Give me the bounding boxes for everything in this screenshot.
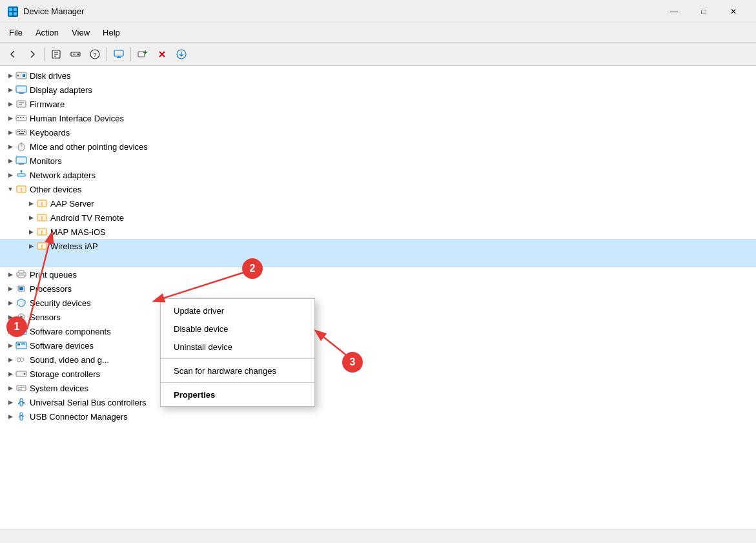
download-button[interactable] [172, 46, 190, 63]
expand-processors[interactable]: ▶ [5, 283, 15, 294]
ctx-scan-changes[interactable]: Scan for hardware changes [161, 362, 314, 380]
other-devices-icon: ! [15, 183, 27, 195]
tree-item-sound-video[interactable]: ▶ Sound, video and g... [0, 353, 756, 367]
display-adapters-label: Display adapters [30, 85, 92, 95]
tree-item-usb-controllers[interactable]: ▶ Universal Serial Bus controllers [0, 395, 756, 409]
svg-rect-2 [9, 12, 12, 15]
expand-disk-drives[interactable]: ▶ [5, 70, 15, 81]
expand-network[interactable]: ▶ [5, 170, 15, 180]
expand-print-queues[interactable]: ▶ [5, 269, 15, 280]
expand-display-adapters[interactable]: ▶ [5, 85, 15, 95]
svg-rect-25 [19, 93, 23, 94]
menu-help[interactable]: Help [96, 25, 127, 40]
menu-file[interactable]: File [3, 25, 29, 40]
expand-android-tv[interactable]: ▶ [26, 212, 36, 223]
title-bar: Device Manager — □ ✕ [0, 0, 756, 23]
menu-bar: File Action View Help [0, 23, 756, 43]
minimize-button[interactable]: — [659, 0, 689, 23]
status-bar [0, 529, 756, 543]
badge-2: 2 [242, 258, 263, 279]
tree-item-sensors[interactable]: ▶ Sensors [0, 310, 756, 324]
expand-usb-controllers[interactable]: ▶ [5, 397, 15, 407]
expand-human-interface[interactable]: ▶ [5, 113, 15, 123]
svg-text:!: ! [41, 215, 43, 221]
tree-item-network[interactable]: ▶ Network adapters [0, 168, 756, 182]
svg-rect-82 [23, 402, 25, 404]
title-bar-controls: — □ ✕ [659, 0, 748, 23]
expand-map-mas[interactable]: ▶ [26, 227, 36, 237]
main-content: ▶ Disk drives ▶ Display adapters ▶ [0, 66, 756, 529]
tree-item-print-queues[interactable]: ▶ Print queues [0, 267, 756, 282]
tree-item-storage-controllers[interactable]: ▶ Storage controllers [0, 367, 756, 381]
processors-icon [15, 283, 27, 294]
help-button[interactable]: ? [86, 46, 104, 63]
tree-item-context-row[interactable] [0, 253, 756, 267]
expand-other-devices[interactable]: ▼ [5, 184, 15, 194]
tree-item-display-adapters[interactable]: ▶ Display adapters [0, 83, 756, 97]
add-button[interactable] [134, 46, 152, 63]
expand-aap-server[interactable]: ▶ [26, 198, 36, 209]
tree-item-security-devices[interactable]: ▶ Security devices [0, 296, 756, 310]
svg-rect-3 [14, 12, 17, 15]
system-devices-label: System devices [30, 384, 88, 393]
tree-item-human-interface[interactable]: ▶ Human Interface Devices [0, 111, 756, 125]
tree-item-software-devices[interactable]: ▶ Software devices [0, 338, 756, 353]
expand-software-devices[interactable]: ▶ [5, 340, 15, 351]
tree-item-other-devices[interactable]: ▼ ! Other devices [0, 182, 756, 196]
tree-item-software-components[interactable]: ▶ Software components [0, 324, 756, 338]
tree-item-android-tv[interactable]: ▶ ! Android TV Remote [0, 210, 756, 225]
tree-item-mice[interactable]: ▶ Mice and other pointing devices [0, 139, 756, 154]
tree-item-usb-connector[interactable]: ▶ USB Connector Managers [0, 409, 756, 424]
monitors-icon [15, 155, 27, 167]
back-button[interactable] [4, 46, 22, 63]
tree-item-processors[interactable]: ▶ Processors [0, 282, 756, 296]
forward-button[interactable] [23, 46, 41, 63]
ctx-properties[interactable]: Properties [161, 385, 314, 404]
storage-label: Storage controllers [30, 369, 100, 379]
properties-button[interactable] [47, 46, 65, 63]
svg-rect-32 [23, 117, 24, 118]
svg-text:!: ! [41, 243, 43, 250]
svg-rect-75 [17, 385, 26, 391]
expand-keyboards[interactable]: ▶ [5, 127, 15, 138]
tree-item-disk-drives[interactable]: ▶ Disk drives [0, 68, 756, 83]
device-tree[interactable]: ▶ Disk drives ▶ Display adapters ▶ [0, 66, 756, 529]
expand-monitors[interactable]: ▶ [5, 156, 15, 166]
close-button[interactable]: ✕ [719, 0, 748, 23]
ctx-disable-device[interactable]: Disable device [161, 320, 314, 338]
menu-view[interactable]: View [65, 25, 96, 40]
tree-item-keyboards[interactable]: ▶ Keyboards [0, 125, 756, 139]
expand-firmware[interactable]: ▶ [5, 99, 15, 109]
maximize-button[interactable]: □ [689, 0, 719, 23]
computer-button[interactable] [110, 46, 128, 63]
tree-item-system-devices[interactable]: ▶ System devices [0, 381, 756, 395]
tree-item-map-mas-ios[interactable]: ▶ ! MAP MAS-iOS [0, 225, 756, 239]
svg-rect-21 [23, 74, 25, 77]
security-devices-icon [15, 297, 27, 309]
remove-button[interactable] [153, 46, 171, 63]
svg-rect-1 [14, 8, 17, 11]
firmware-label: Firmware [30, 99, 65, 109]
tree-item-firmware[interactable]: ▶ Firmware [0, 97, 756, 111]
tree-item-wireless-iap[interactable]: ▶ ! Wireless iAP [0, 239, 756, 253]
ctx-uninstall-device[interactable]: Uninstall device [161, 338, 314, 356]
expand-storage[interactable]: ▶ [5, 369, 15, 379]
menu-action[interactable]: Action [29, 25, 65, 40]
print-queues-icon [15, 269, 27, 280]
svg-rect-38 [24, 131, 25, 132]
svg-rect-33 [16, 130, 26, 135]
software-devices-icon [15, 340, 27, 351]
toolbar: ? [0, 43, 756, 66]
tree-item-aap-server[interactable]: ▶ ! AAP Server [0, 196, 756, 210]
driver-button[interactable] [66, 46, 85, 63]
expand-mice[interactable]: ▶ [5, 141, 15, 152]
tree-item-monitors[interactable]: ▶ Monitors [0, 154, 756, 168]
expand-usb-connector[interactable]: ▶ [5, 411, 15, 422]
ctx-update-driver[interactable]: Update driver [161, 302, 314, 320]
expand-security-devices[interactable]: ▶ [5, 298, 15, 308]
app-icon [8, 6, 18, 17]
expand-sound-video[interactable]: ▶ [5, 354, 15, 365]
expand-wireless-iap[interactable]: ▶ [26, 241, 36, 251]
expand-system-devices[interactable]: ▶ [5, 383, 15, 393]
usb-controllers-label: Universal Serial Bus controllers [30, 398, 147, 407]
